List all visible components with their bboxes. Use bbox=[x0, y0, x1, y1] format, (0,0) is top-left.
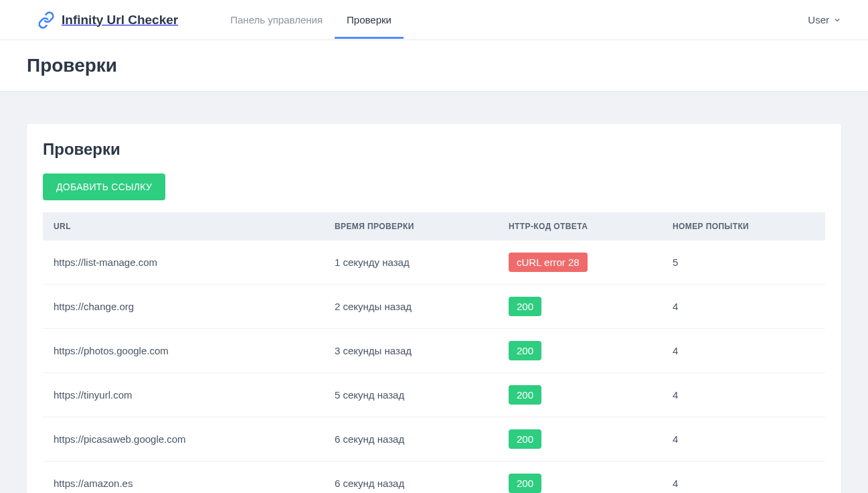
cell-try: 4 bbox=[662, 373, 825, 417]
cell-code: 200 bbox=[498, 329, 662, 373]
table-row[interactable]: https://list-manage.com1 секунду назадcU… bbox=[43, 240, 825, 285]
cell-time: 5 секунд назад bbox=[324, 373, 498, 417]
cell-try: 4 bbox=[662, 417, 825, 462]
cell-time: 1 секунду назад bbox=[324, 240, 498, 285]
cell-time: 6 секунд назад bbox=[324, 462, 498, 494]
cell-try: 5 bbox=[662, 240, 825, 285]
cell-code: 200 bbox=[498, 373, 662, 417]
card-title: Проверки bbox=[43, 140, 825, 159]
cell-try: 4 bbox=[662, 462, 825, 494]
top-nav: Панель управления Проверки bbox=[218, 1, 404, 39]
page-title: Проверки bbox=[27, 55, 841, 76]
cell-code: 200 bbox=[498, 285, 662, 329]
table-row[interactable]: https://change.org2 секунды назад2004 bbox=[43, 285, 825, 329]
cell-try: 4 bbox=[662, 329, 825, 373]
nav-checks[interactable]: Проверки bbox=[335, 1, 404, 39]
status-badge: 200 bbox=[509, 429, 541, 449]
table-header-time: ВРЕМЯ ПРОВЕРКИ bbox=[324, 212, 498, 240]
brand[interactable]: Infinity Url Checker bbox=[37, 11, 178, 29]
cell-url: https://amazon.es bbox=[43, 462, 324, 494]
table-body: https://list-manage.com1 секунду назадcU… bbox=[43, 240, 825, 493]
table-header-code: HTTP-КОД ОТВЕТА bbox=[498, 212, 662, 240]
table-row[interactable]: https://amazon.es6 секунд назад2004 bbox=[43, 462, 825, 494]
table-row[interactable]: https://photos.google.com3 секунды назад… bbox=[43, 329, 825, 373]
cell-code: 200 bbox=[498, 462, 662, 494]
cell-time: 3 секунды назад bbox=[324, 329, 498, 373]
cell-code: 200 bbox=[498, 417, 662, 462]
cell-url: https://picasaweb.google.com bbox=[43, 417, 324, 462]
status-badge: 200 bbox=[509, 297, 541, 316]
cell-try: 4 bbox=[662, 285, 825, 329]
header-left: Infinity Url Checker Панель управления П… bbox=[37, 1, 404, 39]
content: Проверки ДОБАВИТЬ ССЫЛКУ URL ВРЕМЯ ПРОВЕ… bbox=[0, 92, 868, 493]
table-header-row: URL ВРЕМЯ ПРОВЕРКИ HTTP-КОД ОТВЕТА НОМЕР… bbox=[43, 212, 825, 240]
add-link-button[interactable]: ДОБАВИТЬ ССЫЛКУ bbox=[43, 173, 165, 200]
cell-url: https://tinyurl.com bbox=[43, 373, 324, 417]
subheader: Проверки bbox=[0, 40, 868, 92]
table-header-try: НОМЕР ПОПЫТКИ bbox=[662, 212, 825, 240]
checks-card: Проверки ДОБАВИТЬ ССЫЛКУ URL ВРЕМЯ ПРОВЕ… bbox=[27, 124, 841, 493]
cell-time: 6 секунд назад bbox=[324, 417, 498, 462]
checks-table: URL ВРЕМЯ ПРОВЕРКИ HTTP-КОД ОТВЕТА НОМЕР… bbox=[43, 212, 825, 493]
cell-code: cURL error 28 bbox=[498, 240, 662, 285]
status-badge: cURL error 28 bbox=[509, 253, 588, 272]
user-menu[interactable]: User bbox=[808, 14, 841, 25]
nav-dashboard[interactable]: Панель управления bbox=[218, 1, 335, 39]
cell-url: https://change.org bbox=[43, 285, 324, 329]
status-badge: 200 bbox=[509, 385, 541, 405]
app-header: Infinity Url Checker Панель управления П… bbox=[0, 0, 868, 40]
link-icon bbox=[37, 11, 55, 29]
table-row[interactable]: https://tinyurl.com5 секунд назад2004 bbox=[43, 373, 825, 417]
user-menu-label: User bbox=[808, 14, 829, 25]
cell-url: https://photos.google.com bbox=[43, 329, 324, 373]
cell-url: https://list-manage.com bbox=[43, 240, 324, 285]
cell-time: 2 секунды назад bbox=[324, 285, 498, 329]
status-badge: 200 bbox=[509, 341, 541, 360]
brand-title: Infinity Url Checker bbox=[62, 13, 178, 27]
table-header-url: URL bbox=[43, 212, 324, 240]
chevron-down-icon bbox=[833, 16, 841, 24]
table-row[interactable]: https://picasaweb.google.com6 секунд наз… bbox=[43, 417, 825, 462]
status-badge: 200 bbox=[509, 474, 541, 493]
